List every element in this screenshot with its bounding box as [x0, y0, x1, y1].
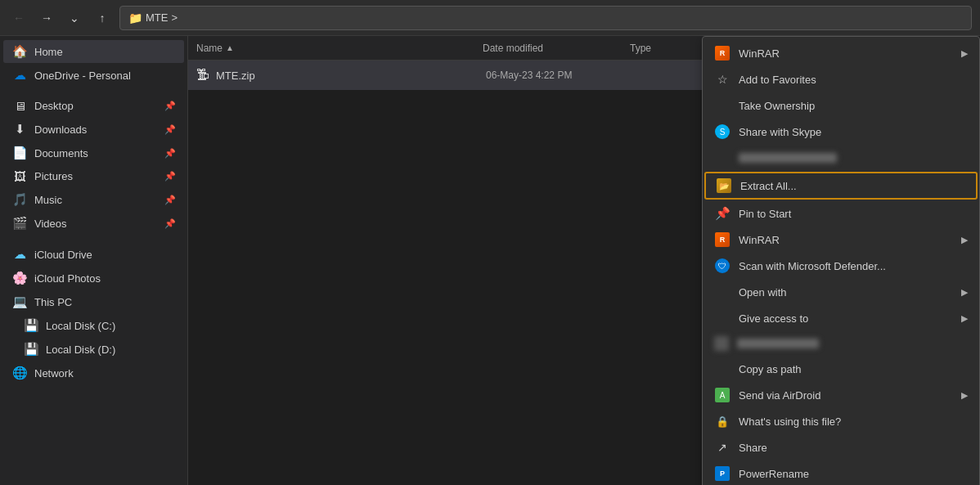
sidebar-item-label: Downloads [34, 123, 158, 136]
titlebar: ← → ⌄ ↑ 📁 MTE > [0, 0, 980, 36]
desktop-icon: 🖥 [11, 99, 28, 113]
file-name: MTE.zip [216, 70, 486, 82]
sidebar-item-network[interactable]: 🌐 Network [3, 362, 184, 384]
winrar-icon: R [714, 45, 731, 61]
submenu-arrow: ▶ [961, 390, 968, 401]
column-date[interactable]: Date modified [483, 43, 630, 54]
context-menu-item-share[interactable]: ↗ Share [703, 434, 979, 460]
skype-icon: S [714, 123, 731, 140]
local-disk-c-icon: 💾 [23, 318, 39, 333]
pin-icon: 📌 [164, 171, 176, 182]
context-menu: R WinRAR ▶ ☆ Add to Favorites Take Owner… [702, 36, 980, 485]
this-pc-icon: 💻 [11, 294, 28, 309]
share-icon: ↗ [714, 439, 731, 456]
sidebar-item-label: Videos [34, 218, 158, 230]
give-access-icon [714, 310, 731, 326]
pin-start-icon: 📌 [714, 205, 731, 222]
sidebar-item-label: iCloud Photos [34, 272, 176, 285]
submenu-arrow: ▶ [961, 48, 968, 59]
winrar-mid-icon: R [714, 231, 731, 248]
local-disk-d-icon: 💾 [23, 342, 39, 357]
sidebar-item-label: Pictures [34, 170, 158, 182]
context-menu-item-share-skype[interactable]: S Share with Skype [703, 119, 979, 145]
lock-icon: 🔒 [714, 413, 731, 429]
sidebar-item-icloud-drive[interactable]: ☁ iCloud Drive [3, 243, 184, 266]
defender-icon: 🛡 [714, 258, 731, 274]
pin-icon: 📌 [164, 101, 176, 111]
context-menu-item-winrar-mid[interactable]: R WinRAR ▶ [703, 227, 979, 253]
context-menu-item-pin-start[interactable]: 📌 Pin to Start [703, 200, 979, 227]
sidebar-item-label: Local Disk (C:) [46, 320, 176, 332]
airdroid-icon: A [714, 387, 731, 403]
sidebar-item-icloud-photos[interactable]: 🌸 iCloud Photos [3, 267, 184, 290]
pin-icon: 📌 [164, 218, 176, 229]
censored-label [739, 153, 837, 163]
power-rename-icon: P [714, 465, 731, 482]
sidebar-item-home[interactable]: 🏠 Home [3, 40, 184, 63]
main-area: 🏠 Home ☁ OneDrive - Personal 🖥 Desktop 📌… [0, 36, 980, 485]
context-menu-item-whats-using[interactable]: 🔒 What's using this file? [703, 408, 979, 434]
context-menu-item-power-rename[interactable]: P PowerRename [703, 460, 979, 485]
music-icon: 🎵 [11, 192, 28, 207]
sidebar-item-onedrive[interactable]: ☁ OneDrive - Personal [3, 64, 184, 87]
pictures-icon: 🖼 [11, 169, 28, 183]
network-icon: 🌐 [11, 366, 28, 380]
onedrive-icon: ☁ [11, 68, 28, 83]
address-path: MTE [146, 11, 168, 24]
sidebar-item-this-pc[interactable]: 💻 This PC [3, 290, 184, 313]
icloud-drive-icon: ☁ [11, 247, 28, 262]
sidebar-item-label: Music [34, 194, 158, 206]
submenu-arrow: ▶ [961, 287, 968, 298]
sidebar-item-videos[interactable]: 🎬 Videos 📌 [3, 212, 184, 235]
sidebar-item-label: Documents [34, 147, 158, 159]
sidebar-item-music[interactable]: 🎵 Music 📌 [3, 188, 184, 211]
home-icon: 🏠 [11, 44, 28, 59]
context-menu-item-add-favorites[interactable]: ☆ Add to Favorites [703, 66, 979, 92]
context-menu-item-censored1 [703, 145, 979, 171]
sidebar: 🏠 Home ☁ OneDrive - Personal 🖥 Desktop 📌… [0, 36, 188, 485]
videos-icon: 🎬 [11, 216, 28, 231]
censored-icon [714, 150, 731, 166]
history-dropdown-button[interactable]: ⌄ [64, 7, 85, 29]
sidebar-item-label: Desktop [34, 100, 158, 112]
sidebar-item-label: Network [34, 367, 176, 379]
sidebar-item-label: iCloud Drive [34, 249, 176, 261]
context-menu-item-copy-path[interactable]: Copy as path [703, 356, 979, 382]
back-button[interactable]: ← [8, 7, 29, 29]
context-menu-item-censored2 [703, 331, 979, 356]
censored2-icon [714, 336, 729, 351]
context-menu-item-take-ownership[interactable]: Take Ownership [703, 92, 979, 119]
context-menu-item-winrar-top[interactable]: R WinRAR ▶ [703, 40, 979, 66]
zip-file-icon: 🗜 [196, 68, 209, 83]
sidebar-item-label: This PC [34, 296, 176, 308]
file-date: 06-May-23 4:22 PM [486, 70, 633, 81]
context-menu-item-send-airdroid[interactable]: A Send via AirDroid ▶ [703, 382, 979, 408]
sidebar-item-desktop[interactable]: 🖥 Desktop 📌 [3, 95, 184, 117]
column-name[interactable]: Name ▲ [196, 43, 483, 54]
sidebar-item-downloads[interactable]: ⬇ Downloads 📌 [3, 118, 184, 141]
sidebar-item-label: Home [34, 46, 176, 58]
ownership-icon [714, 97, 731, 114]
pin-icon: 📌 [164, 124, 176, 135]
context-menu-item-give-access[interactable]: Give access to ▶ [703, 305, 979, 331]
context-menu-item-defender[interactable]: 🛡 Scan with Microsoft Defender... [703, 253, 979, 279]
sidebar-item-label: OneDrive - Personal [34, 70, 176, 82]
icloud-photos-icon: 🌸 [11, 271, 28, 285]
sidebar-item-pictures[interactable]: 🖼 Pictures 📌 [3, 165, 184, 187]
sidebar-item-local-c[interactable]: 💾 Local Disk (C:) [3, 314, 184, 337]
censored2-label [737, 339, 819, 348]
forward-button[interactable]: → [36, 7, 57, 29]
extract-icon: 📂 [716, 177, 732, 194]
context-menu-item-extract-all[interactable]: 📂 Extract All... [704, 172, 978, 200]
documents-icon: 📄 [11, 146, 28, 160]
submenu-arrow: ▶ [961, 235, 968, 245]
sidebar-item-label: Local Disk (D:) [46, 344, 176, 356]
context-menu-item-open-with[interactable]: Open with ▶ [703, 279, 979, 305]
sidebar-item-local-d[interactable]: 💾 Local Disk (D:) [3, 338, 184, 361]
up-button[interactable]: ↑ [92, 7, 113, 29]
sidebar-item-documents[interactable]: 📄 Documents 📌 [3, 141, 184, 164]
open-with-icon [714, 284, 731, 300]
downloads-icon: ⬇ [11, 122, 28, 137]
address-bar[interactable]: 📁 MTE > [119, 6, 972, 30]
submenu-arrow: ▶ [961, 313, 968, 324]
